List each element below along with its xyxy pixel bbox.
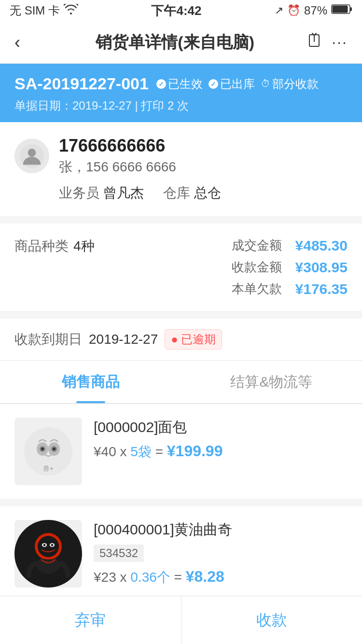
summary-right: 成交金额 ¥485.30 收款金额 ¥308.95 本单欠款 ¥176.35 xyxy=(232,237,348,297)
status-right: ↗ ⏰ 87% xyxy=(275,4,352,17)
svg-rect-1 xyxy=(350,7,352,11)
cancel-button[interactable]: 弃审 xyxy=(0,596,181,644)
svg-point-5 xyxy=(28,149,36,157)
status-left: 无 SIM 卡 xyxy=(10,3,78,18)
bottom-bar: 弃审 收款 xyxy=(0,596,362,644)
status-time: 下午4:42 xyxy=(151,2,201,19)
transaction-label: 成交金额 xyxy=(232,237,282,254)
overdue-text: 已逾期 xyxy=(181,332,216,347)
back-button[interactable]: ‹ xyxy=(14,32,43,53)
order-badges: ✓ 已生效 ✓ 已出库 ⏱ 部分收款 xyxy=(156,76,319,92)
price-1: ¥40 xyxy=(94,444,116,459)
total-1: ¥199.99 xyxy=(167,442,223,460)
product-types-value: 4种 xyxy=(73,237,95,255)
warehouse-value: 总仓 xyxy=(194,184,221,202)
battery-icon xyxy=(331,4,352,17)
total-2: ¥8.28 xyxy=(186,568,224,585)
svg-point-19 xyxy=(43,544,46,546)
times-2: x xyxy=(120,570,131,585)
customer-avatar xyxy=(14,139,49,173)
list-item: 兽+ [0000002]面包 ¥40 x 5袋 = ¥199.99 xyxy=(0,404,362,499)
svg-point-20 xyxy=(51,544,54,546)
times-1: x xyxy=(120,444,131,459)
nav-actions: ··· xyxy=(306,33,348,52)
badge-shipped: ✓ 已出库 xyxy=(209,76,255,92)
badge-effective: ✓ 已生效 xyxy=(156,76,203,92)
salesperson-label: 业务员 xyxy=(59,184,99,202)
svg-rect-2 xyxy=(332,6,348,13)
product-price-row-1: ¥40 x 5袋 = ¥199.99 xyxy=(94,442,348,461)
check-icon-1: ✓ xyxy=(156,79,166,89)
summary-section: 商品种类 4种 成交金额 ¥485.30 收款金额 ¥308.95 本单欠款 ¥… xyxy=(0,224,362,311)
due-date-value: 2019-12-27 xyxy=(89,332,158,347)
quantity-1: 5袋 xyxy=(130,444,152,459)
order-id: SA-20191227-001 xyxy=(14,74,149,93)
status-bar: 无 SIM 卡 下午4:42 ↗ ⏰ 87% xyxy=(0,0,362,21)
product-price-row-2: ¥23 x 0.36个 = ¥8.28 xyxy=(94,568,348,587)
nav-bar: ‹ 销货单详情(来自电脑) ··· xyxy=(0,21,362,64)
due-section: 收款到期日 2019-12-27 ● 已逾期 xyxy=(0,319,362,361)
battery-label: 87% xyxy=(304,4,327,17)
svg-point-16 xyxy=(38,536,59,557)
carrier-label: 无 SIM 卡 xyxy=(10,3,60,18)
product-types-label: 商品种类 xyxy=(14,237,69,255)
product-list: 兽+ [0000002]面包 ¥40 x 5袋 = ¥199.99 xyxy=(0,404,362,601)
debt-value: ¥176.35 xyxy=(290,281,348,297)
transaction-amount-row: 成交金额 ¥485.30 xyxy=(232,237,348,254)
svg-text:兽+: 兽+ xyxy=(43,464,54,472)
location-icon: ↗ xyxy=(275,4,283,17)
product-image-2 xyxy=(14,520,82,588)
product-image-1: 兽+ xyxy=(14,418,82,485)
collected-amount-row: 收款金额 ¥308.95 xyxy=(232,259,348,276)
check-icon-2: ✓ xyxy=(209,79,218,89)
more-button[interactable]: ··· xyxy=(332,33,348,51)
equals-2: = xyxy=(174,570,186,585)
customer-name: 17666666666 xyxy=(59,136,176,156)
alarm-icon: ⏰ xyxy=(287,4,300,17)
customer-contact: 张，156 6666 6666 xyxy=(59,158,176,176)
svg-point-11 xyxy=(41,448,44,450)
warehouse-info: 仓库 总仓 xyxy=(163,184,221,202)
product-name-1: [0000002]面包 xyxy=(94,418,348,437)
wifi-icon xyxy=(64,4,78,17)
transaction-value: ¥485.30 xyxy=(290,238,348,254)
overdue-icon: ● xyxy=(171,333,178,346)
svg-point-12 xyxy=(53,448,56,450)
list-item: [000400001]黄油曲奇 534532 ¥23 x 0.36个 = ¥8.… xyxy=(0,506,362,601)
price-2: ¥23 xyxy=(94,570,116,585)
tabs-section: 销售商品 结算&物流等 xyxy=(0,361,362,404)
share-button[interactable] xyxy=(306,33,322,52)
quantity-2: 0.36个 xyxy=(130,570,170,585)
salesperson-info: 业务员 曾凡杰 xyxy=(59,184,144,202)
customer-section: 17666666666 张，156 6666 6666 业务员 曾凡杰 仓库 总… xyxy=(0,122,362,216)
salesperson-value: 曾凡杰 xyxy=(103,184,144,202)
due-date-label: 收款到期日 xyxy=(14,330,82,349)
tab-sales-products[interactable]: 销售商品 xyxy=(0,361,181,403)
overdue-badge: ● 已逾期 xyxy=(165,329,222,350)
summary-left: 商品种类 4种 xyxy=(14,237,95,259)
collected-value: ¥308.95 xyxy=(290,259,348,276)
clock-icon: ⏱ xyxy=(261,78,270,89)
product-sku-2: 534532 xyxy=(94,545,144,562)
badge-partial: ⏱ 部分收款 xyxy=(261,76,319,92)
equals-1: = xyxy=(155,444,167,459)
order-date-line: 单据日期：2019-12-27 | 打印 2 次 xyxy=(14,98,348,113)
warehouse-label: 仓库 xyxy=(163,184,190,202)
order-header: SA-20191227-001 ✓ 已生效 ✓ 已出库 ⏱ 部分收款 单据日期：… xyxy=(0,64,362,122)
product-info-2: [000400001]黄油曲奇 534532 ¥23 x 0.36个 = ¥8.… xyxy=(94,520,348,587)
collect-button[interactable]: 收款 xyxy=(181,596,362,644)
page-title: 销货单详情(来自电脑) xyxy=(96,31,254,54)
product-name-2: [000400001]黄油曲奇 xyxy=(94,520,348,540)
debt-amount-row: 本单欠款 ¥176.35 xyxy=(232,280,348,297)
debt-label: 本单欠款 xyxy=(232,280,282,297)
product-info-1: [0000002]面包 ¥40 x 5袋 = ¥199.99 xyxy=(94,418,348,461)
tab-settlement[interactable]: 结算&物流等 xyxy=(181,361,362,403)
collected-label: 收款金额 xyxy=(232,259,282,276)
